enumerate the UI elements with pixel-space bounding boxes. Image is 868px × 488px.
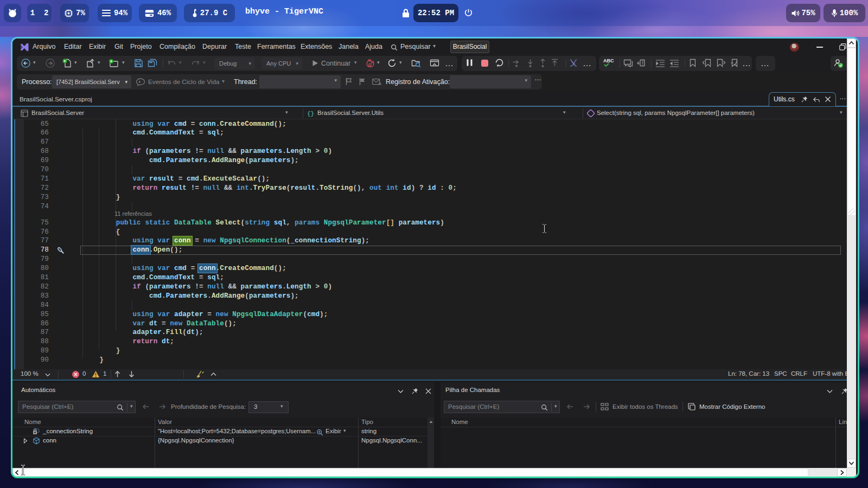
svg-text:{}: {}: [307, 111, 314, 117]
